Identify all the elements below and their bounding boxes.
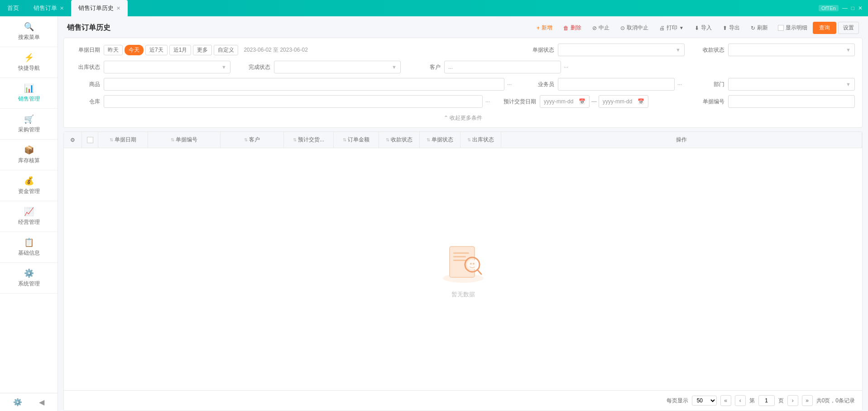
display-toggle[interactable]: 显示明细 — [778, 24, 807, 32]
th-payment-label: 收款状态 — [391, 136, 412, 144]
import-label: 导入 — [701, 24, 712, 32]
checkbox-all[interactable] — [87, 137, 93, 143]
sort-icon-customer[interactable]: ⇅ — [244, 137, 248, 142]
sort-icon-order[interactable]: ⇅ — [171, 137, 174, 142]
sidebar-item-system-label: 系统管理 — [18, 280, 40, 288]
sort-icon-status[interactable]: ⇅ — [427, 137, 430, 142]
sales-input[interactable] — [558, 78, 675, 91]
prev-page-button[interactable]: ‹ — [735, 395, 746, 406]
settings-button-label: 设置 — [843, 24, 854, 32]
empty-illustration — [436, 240, 490, 285]
receipt-select[interactable]: ▼ — [728, 44, 855, 56]
page-size-label: 每页显示 — [667, 397, 688, 405]
print-button[interactable]: 🖨 打印 ▼ — [655, 22, 688, 34]
main-content: 销售订单历史 + 新增 🗑 删除 ⊘ 中止 ⊙ 取消中止 — [58, 16, 868, 411]
sidebar-item-basic[interactable]: 📋 基础信息 — [0, 232, 58, 263]
delete-button[interactable]: 🗑 删除 — [559, 22, 586, 34]
th-amount-label: 订单金额 — [348, 136, 369, 144]
window-max-icon[interactable]: □ — [851, 5, 854, 11]
th-status-label: 单据状态 — [432, 136, 453, 144]
sidebar-item-quicknav[interactable]: ⚡ 快捷导航 — [0, 47, 58, 78]
last-page-button[interactable]: » — [802, 395, 813, 406]
page-title: 销售订单历史 — [67, 23, 110, 33]
filter-row-3: 商品 ··· 业务员 ··· 部门 ▼ — [71, 78, 855, 91]
filter-row-1: 单据日期 昨天 今天 近7天 近1月 更多 自定义 2023-06-02 至 2… — [71, 44, 855, 56]
sidebar-item-sales[interactable]: 📊 销售管理 — [0, 78, 58, 109]
cancel-stop-button[interactable]: ⊙ 取消中止 — [616, 22, 653, 34]
sidebar-item-search[interactable]: 🔍 搜索菜单 — [0, 16, 58, 47]
filter-row-2: 出库状态 ▼ 完成状态 ▼ 客户 ... ··· — [71, 61, 855, 73]
status-select[interactable]: ▼ — [558, 44, 685, 56]
export-button[interactable]: ⬆ 导出 — [718, 22, 744, 34]
th-checkbox[interactable] — [82, 132, 98, 148]
warehouse-more-icon[interactable]: ··· — [483, 98, 493, 105]
delivery-to-value: yyyy-mm-dd — [603, 98, 632, 105]
top-right: OfTEn — □ ✕ — [813, 5, 868, 11]
svg-point-8 — [470, 263, 472, 265]
query-button[interactable]: 查询 — [813, 22, 836, 34]
display-toggle-checkbox[interactable] — [778, 25, 784, 31]
sort-icon-payment[interactable]: ⇅ — [386, 137, 389, 142]
th-settings[interactable]: ⚙ — [64, 132, 82, 148]
page-number-input[interactable] — [758, 395, 775, 406]
sort-icon-amount[interactable]: ⇅ — [343, 137, 346, 142]
receipt-label: 收款状态 — [695, 46, 724, 54]
page-size-select[interactable]: 50 10 20 100 — [692, 396, 717, 406]
next-page-button[interactable]: › — [787, 395, 798, 406]
collapse-text: ⌃ 收起更多条件 — [444, 115, 482, 121]
new-button[interactable]: + 新增 — [532, 22, 557, 34]
date-btn-custom[interactable]: 自定义 — [214, 45, 238, 55]
sales-more-icon[interactable]: ··· — [675, 81, 685, 87]
dept-select[interactable]: ▼ — [728, 78, 855, 91]
date-btn-7days[interactable]: 近7天 — [145, 45, 168, 55]
sort-icon-outbound[interactable]: ⇅ — [467, 137, 471, 142]
delivery-to-input[interactable]: yyyy-mm-dd 📅 — [599, 95, 648, 108]
complete-select[interactable]: ▼ — [274, 61, 401, 73]
customer-more-icon[interactable]: ··· — [561, 64, 571, 70]
refresh-button[interactable]: ↻ 刷新 — [746, 22, 772, 34]
sidebar-item-inventory[interactable]: 📦 库存核算 — [0, 140, 58, 170]
customer-input[interactable]: ... — [444, 61, 561, 73]
tab-sales-order[interactable]: 销售订单 ✕ — [26, 0, 71, 16]
close-sales-history-icon[interactable]: ✕ — [116, 5, 120, 11]
settings-button[interactable]: 设置 — [838, 22, 859, 34]
date-btn-today[interactable]: 今天 — [125, 45, 144, 55]
date-btn-more[interactable]: 更多 — [193, 45, 212, 55]
cancel-stop-label: 取消中止 — [627, 24, 648, 32]
new-icon: + — [537, 25, 540, 31]
sidebar-item-purchase[interactable]: 🛒 采购管理 — [0, 109, 58, 140]
import-button[interactable]: ⬇ 导入 — [690, 22, 716, 34]
collapse-bar[interactable]: ⌃ 收起更多条件 — [71, 112, 855, 122]
sidebar-item-quicknav-label: 快捷导航 — [18, 64, 40, 72]
sidebar-item-system[interactable]: ⚙️ 系统管理 — [0, 263, 58, 294]
sidebar-item-finance[interactable]: 💰 资金管理 — [0, 170, 58, 201]
date-btn-1month[interactable]: 近1月 — [169, 45, 192, 55]
tab-home[interactable]: 首页 — [0, 0, 26, 16]
date-range-value: 2023-06-02 至 2023-06-02 — [244, 46, 307, 54]
th-outbound: ⇅ 出库状态 — [460, 132, 501, 148]
order-no-input[interactable] — [728, 95, 855, 108]
sidebar-item-inventory-label: 库存核算 — [18, 157, 40, 164]
product-input[interactable] — [104, 78, 504, 91]
date-label: 单据日期 — [71, 46, 100, 54]
product-more-icon[interactable]: ··· — [504, 81, 514, 87]
outbound-select[interactable]: ▼ — [104, 61, 230, 73]
window-min-icon[interactable]: — — [842, 5, 848, 11]
warehouse-input[interactable] — [104, 95, 483, 108]
pagination-bar: 每页显示 50 10 20 100 « ‹ 第 页 › — [64, 390, 862, 411]
sort-icon-delivery[interactable]: ⇅ — [293, 137, 297, 142]
sort-icon-date[interactable]: ⇅ — [110, 137, 113, 142]
window-close-icon[interactable]: ✕ — [858, 5, 863, 11]
delivery-from-input[interactable]: yyyy-mm-dd 📅 — [540, 95, 590, 108]
date-btn-yesterday[interactable]: 昨天 — [104, 45, 123, 55]
sidebar-item-operations[interactable]: 📈 经营管理 — [0, 201, 58, 232]
stop-button[interactable]: ⊘ 中止 — [588, 22, 614, 34]
delivery-from-value: yyyy-mm-dd — [544, 98, 573, 105]
tab-sales-history[interactable]: 销售订单历史 ✕ — [71, 0, 128, 16]
close-sales-order-icon[interactable]: ✕ — [60, 5, 64, 11]
first-page-button[interactable]: « — [720, 395, 731, 406]
sidebar-settings-icon[interactable]: ⚙️ — [13, 398, 22, 406]
sidebar-item-operations-label: 经营管理 — [18, 218, 40, 226]
empty-text: 暂无数据 — [451, 290, 475, 299]
sidebar-collapse-icon[interactable]: ◀ — [39, 398, 44, 406]
